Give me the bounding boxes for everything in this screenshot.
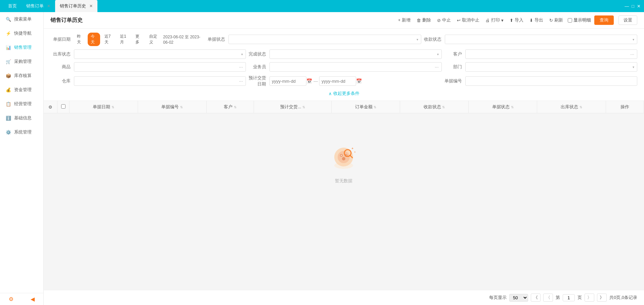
receipt-status-select[interactable]: ▾ — [445, 35, 638, 44]
delivery-date-start[interactable] — [269, 76, 306, 86]
sidebar-item-sales[interactable]: 📊 销售管理 — [0, 40, 43, 54]
content-area: 销售订单历史 + 新增 🗑 删除 ⊘ 中止 ↩ 取消中止 🖨 打印 — [44, 12, 644, 305]
date-buttons: 昨天 今天 近7天 近1月 更多 自定义 — [74, 33, 162, 46]
sidebar-basic-info-label: 基础信息 — [14, 115, 32, 121]
outbound-chevron-icon: ▾ — [241, 52, 243, 56]
receipt-status-label: 收款状态 — [421, 36, 445, 42]
tab-sales-order-history[interactable]: 销售订单历史 ✕ — [55, 0, 97, 12]
delete-button[interactable]: 🗑 删除 — [415, 16, 432, 24]
th-delivery-date-sort-icon: ⇅ — [302, 105, 305, 109]
th-checkbox[interactable] — [57, 101, 69, 113]
import-button[interactable]: ⬆ 导入 — [508, 16, 525, 24]
calendar-end-icon[interactable]: 📅 — [356, 78, 362, 84]
main-layout: 🔍 搜索菜单 ⚡ 快捷导航 📊 销售管理 🛒 采购管理 📦 库存核算 💰 资金管… — [0, 12, 644, 305]
customer-label: 客户 — [442, 51, 465, 57]
refresh-button[interactable]: ↻ 刷新 — [548, 16, 564, 24]
stop-icon: ⊘ — [437, 18, 441, 23]
sidebar-item-finance[interactable]: 💰 资金管理 — [0, 83, 43, 97]
product-input[interactable]: ··· — [74, 62, 246, 72]
th-receipt-status-label: 收款状态 — [424, 104, 441, 109]
page-size-select[interactable]: 10 20 50 100 — [509, 294, 528, 302]
sidebar-item-inventory[interactable]: 📦 库存核算 — [0, 69, 43, 83]
last-page-button[interactable]: 》 — [597, 294, 607, 302]
date-btn-custom[interactable]: 自定义 — [146, 33, 162, 46]
sidebar-item-nav[interactable]: ⚡ 快捷导航 — [0, 26, 43, 40]
print-chevron-icon: ▾ — [501, 18, 504, 23]
page-size-label: 每页显示 — [489, 295, 507, 301]
refresh-icon: ↻ — [549, 18, 553, 23]
sidebar-item-management[interactable]: 📋 经营管理 — [0, 97, 43, 111]
sidebar-bottom: ⚙ ◀ — [0, 293, 43, 305]
completion-select[interactable]: ▾ — [269, 49, 441, 59]
tab-sales-order-close[interactable]: ✕ — [47, 4, 50, 8]
warehouse-dots-icon[interactable]: ··· — [239, 78, 243, 84]
cancel-stop-button[interactable]: ↩ 取消中止 — [456, 16, 481, 24]
sidebar-item-system[interactable]: ⚙️ 系统管理 — [0, 125, 43, 139]
th-order-no[interactable]: 单据编号 ⇅ — [138, 101, 206, 113]
th-bill-status[interactable]: 单据状态 ⇅ — [469, 101, 537, 113]
tab-sales-order-history-close[interactable]: ✕ — [89, 4, 93, 8]
setting-button[interactable]: 设置 — [618, 15, 637, 25]
date-btn-today[interactable]: 今天 — [88, 33, 100, 46]
salesperson-input[interactable]: ··· — [269, 62, 441, 72]
page-input[interactable] — [563, 294, 575, 301]
outbound-select[interactable]: ▾ — [74, 49, 246, 59]
th-delivery-date[interactable]: 预计交货... ⇅ — [254, 101, 331, 113]
select-all-checkbox[interactable] — [61, 104, 66, 109]
show-detail-input[interactable] — [568, 18, 572, 23]
product-label: 商品 — [50, 64, 74, 70]
stop-button[interactable]: ⊘ 中止 — [436, 16, 452, 24]
query-button[interactable]: 查询 — [594, 15, 614, 25]
th-operations-label: 操作 — [620, 104, 629, 109]
collapse-button[interactable]: ∧ 收起更多条件 — [50, 90, 637, 97]
dept-chevron-icon: ▾ — [633, 65, 634, 69]
window-max-button[interactable]: □ — [632, 4, 634, 9]
date-label: 单据日期 — [50, 36, 74, 42]
show-detail-checkbox[interactable]: 显示明细 — [568, 17, 591, 23]
warehouse-input[interactable]: ··· — [74, 76, 246, 86]
sidebar-item-purchase[interactable]: 🛒 采购管理 — [0, 54, 43, 69]
date-btn-more[interactable]: 更多 — [132, 33, 145, 46]
sidebar-collapse-icon[interactable]: ◀ — [31, 296, 35, 302]
th-order-amount[interactable]: 订单金额 ⇅ — [331, 101, 400, 113]
customer-dots-icon[interactable]: ··· — [630, 51, 634, 57]
th-receipt-status[interactable]: 收款状态 ⇅ — [400, 101, 468, 113]
calendar-start-icon[interactable]: 📅 — [306, 78, 312, 84]
th-gear[interactable]: ⚙ — [44, 101, 57, 113]
product-dots-icon[interactable]: ··· — [239, 64, 243, 70]
first-page-button[interactable]: 《 — [531, 294, 541, 302]
export-button[interactable]: ⬇ 导出 — [528, 16, 545, 24]
svg-text:✦: ✦ — [354, 151, 356, 154]
th-outbound-status[interactable]: 出库状态 ⇅ — [537, 101, 606, 113]
window-min-button[interactable]: — — [625, 4, 629, 9]
home-tab[interactable]: 首页 — [3, 3, 22, 9]
delivery-date-end[interactable] — [319, 76, 356, 86]
cancel-stop-icon: ↩ — [457, 18, 461, 23]
tab-sales-order[interactable]: 销售订单 ✕ — [22, 0, 55, 12]
dept-select[interactable]: ▾ — [465, 62, 637, 72]
customer-input[interactable]: ··· — [465, 49, 637, 59]
prev-page-button[interactable]: 〈 — [543, 294, 553, 302]
sidebar-item-search[interactable]: 🔍 搜索菜单 — [0, 12, 43, 26]
import-icon: ⬆ — [510, 18, 513, 23]
th-date[interactable]: 单据日期 ⇅ — [69, 101, 138, 113]
th-customer[interactable]: 客户 ⇅ — [206, 101, 254, 113]
order-no-input[interactable] — [465, 76, 637, 86]
sidebar-system-label: 系统管理 — [14, 129, 32, 135]
window-close-button[interactable]: ✕ — [637, 4, 641, 9]
salesperson-dots-icon[interactable]: ··· — [435, 64, 439, 70]
status-select[interactable]: ▾ — [228, 35, 421, 44]
next-page-button[interactable]: 〉 — [585, 294, 594, 302]
sidebar-item-basic-info[interactable]: ℹ️ 基础信息 — [0, 111, 43, 125]
filter-row-2: 出库状态 ▾ 完成状态 ▾ 客户 — [50, 49, 637, 59]
sidebar-settings-icon[interactable]: ⚙ — [9, 296, 13, 302]
page-title: 销售订单历史 — [50, 17, 83, 24]
filter-row-1: 单据日期 昨天 今天 近7天 近1月 更多 自定义 2023-06-02 至 2… — [50, 33, 637, 46]
new-button[interactable]: + 新增 — [397, 16, 412, 24]
date-btn-7days[interactable]: 近7天 — [101, 33, 116, 46]
sidebar-search-label: 搜索菜单 — [14, 16, 32, 22]
date-btn-yesterday[interactable]: 昨天 — [74, 33, 86, 46]
print-button[interactable]: 🖨 打印 ▾ — [484, 16, 505, 24]
system-icon: ⚙️ — [5, 129, 11, 135]
date-btn-1month[interactable]: 近1月 — [117, 33, 131, 46]
